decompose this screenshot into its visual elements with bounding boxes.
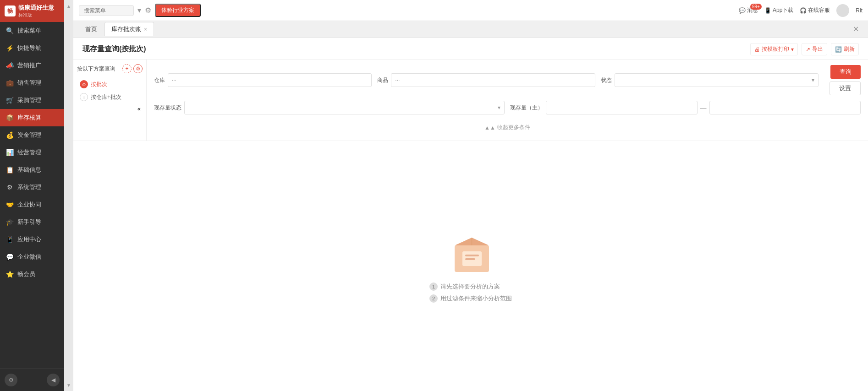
tab-active-label: 库存批次账 (111, 25, 141, 33)
tab-inventory-batch[interactable]: 库存批次账 × (104, 22, 154, 36)
inventory-icon: 📦 (5, 114, 14, 122)
sidebar-item-label: 基础信息 (17, 166, 41, 174)
svg-rect-3 (465, 255, 479, 256)
purchase-icon: 🛒 (5, 96, 14, 104)
wechat-icon: 💬 (5, 253, 14, 261)
app-title: 畅康通好生意 (18, 4, 54, 12)
inventory-qty-from[interactable] (546, 101, 698, 114)
app-download-button[interactable]: 📱 App下载 (764, 6, 793, 14)
tabbar: 首页 库存批次账 × ✕ (73, 21, 868, 38)
print-dropdown-icon[interactable]: ▾ (791, 46, 794, 53)
dropdown-arrow-icon[interactable]: ▾ (137, 6, 141, 15)
sidebar-item-wechat[interactable]: 💬 企业微信 (0, 248, 64, 266)
print-label: 按模板打印 (762, 45, 789, 53)
inventory-status-label: 现存量状态 (154, 104, 181, 112)
sidebar-item-enterprise[interactable]: 🤝 企业协同 (0, 196, 64, 213)
sidebar-item-sales[interactable]: 💼 销售管理 (0, 74, 64, 92)
page-header-actions: 🖨 按模板打印 ▾ ↗ 导出 🔄 刷新 (750, 43, 859, 55)
marketing-icon: 📣 (5, 61, 14, 70)
empty-illustration (448, 229, 494, 275)
print-icon: 🖨 (754, 46, 760, 53)
apps-icon: 📱 (5, 235, 14, 244)
filter-scheme-warehouse-batch-label: 按仓库+批次 (91, 93, 121, 101)
online-service-button[interactable]: 🎧 在线客服 (800, 6, 830, 14)
empty-hint-1: 1 请先选择要分析的方案 (429, 282, 512, 291)
sidebar-item-quick[interactable]: ⚡ 快捷导航 (0, 39, 64, 57)
sidebar-item-label: 新手引导 (17, 218, 41, 226)
inventory-qty-label: 现存量（主） (510, 104, 543, 112)
filter-sidebar: 按以下方案查询 + ⚙ ⊙ 按批次 ○ 按仓库+批次 « (73, 60, 147, 141)
filter-sidebar-title-text: 按以下方案查询 (77, 65, 115, 73)
inventory-qty-to[interactable] (709, 101, 861, 114)
service-label: 在线客服 (808, 6, 830, 14)
sidebar-item-label: 经营管理 (17, 148, 41, 157)
sales-icon: 💼 (5, 79, 14, 87)
hint-2-text: 用过滤条件来缩小分析范围 (440, 294, 512, 303)
avatar[interactable] (836, 4, 849, 17)
sidebar-item-guide[interactable]: 🎓 新手引导 (0, 213, 64, 231)
username-label[interactable]: Rit (856, 7, 863, 14)
sidebar-item-apps[interactable]: 📱 应用中心 (0, 231, 64, 248)
filter-scheme-batch[interactable]: ⊙ 按批次 (77, 78, 143, 91)
experience-button[interactable]: 体验行业方案 (155, 4, 201, 17)
sidebar-item-label: 畅会员 (17, 270, 35, 278)
sidebar-item-basic[interactable]: 📋 基础信息 (0, 161, 64, 179)
collapse-more-button[interactable]: ▲▲ 收起更多条件 (154, 120, 861, 135)
settings-button[interactable]: ⚙ (5, 374, 17, 386)
quick-nav-icon: ⚡ (5, 44, 14, 52)
scroll-down-arrow[interactable]: ▼ (65, 381, 73, 389)
inventory-status-select[interactable]: ▾ (184, 101, 505, 114)
add-scheme-button[interactable]: + (122, 64, 132, 73)
warehouse-input[interactable]: ··· (168, 73, 372, 87)
sidebar-item-label: 营销推广 (17, 61, 41, 70)
active-scheme-icon: ⊙ (80, 80, 88, 88)
product-input[interactable]: ··· (391, 73, 595, 87)
messages-button[interactable]: 💬 消息 99+ (739, 6, 758, 14)
sidebar-item-purchase[interactable]: 🛒 采购管理 (0, 92, 64, 109)
product-label: 商品 (377, 76, 388, 84)
sidebar-item-management[interactable]: 📊 经营管理 (0, 144, 64, 161)
tab-home-label: 首页 (85, 25, 97, 33)
sidebar-item-finance[interactable]: 💰 资金管理 (0, 126, 64, 144)
search-input[interactable] (79, 5, 134, 16)
main-area: ▾ ⚙ 体验行业方案 💬 消息 99+ 📱 App下载 🎧 在线客服 Rit 首… (73, 0, 868, 391)
tab-close-main-icon[interactable]: ✕ (853, 25, 859, 33)
filter-sidebar-actions: + ⚙ (122, 64, 143, 73)
message-icon: 💬 (739, 7, 746, 14)
query-button[interactable]: 查询 (830, 65, 861, 79)
sidebar-item-system[interactable]: ⚙ 系统管理 (0, 179, 64, 196)
export-icon: ↗ (806, 46, 810, 53)
filter-collapse-button[interactable]: « (77, 103, 143, 114)
sidebar-item-label: 搜索菜单 (17, 27, 41, 35)
settings-gear-icon[interactable]: ⚙ (145, 6, 151, 15)
collapse-button[interactable]: ◀ (47, 374, 60, 386)
status-select[interactable]: ▾ (615, 73, 819, 87)
sidebar-nav: 🔍 搜索菜单 ⚡ 快捷导航 📣 营销推广 💼 销售管理 🛒 采购管理 📦 库存核… (0, 22, 64, 369)
management-icon: 📊 (5, 148, 14, 157)
scroll-up-arrow[interactable]: ▲ (65, 2, 73, 10)
refresh-button[interactable]: 🔄 刷新 (831, 43, 859, 55)
empty-hints: 1 请先选择要分析的方案 2 用过滤条件来缩小分析范围 (429, 282, 512, 303)
product-input-dots: ··· (395, 77, 400, 83)
empty-hint-2: 2 用过滤条件来缩小分析范围 (429, 294, 512, 303)
sidebar: 畅 畅康通好生意 标准版 🔍 搜索菜单 ⚡ 快捷导航 📣 营销推广 💼 销售管理… (0, 0, 64, 391)
filter-scheme-warehouse-batch[interactable]: ○ 按仓库+批次 (77, 91, 143, 103)
tab-close-icon[interactable]: × (144, 26, 147, 33)
status-dropdown-icon: ▾ (812, 77, 814, 83)
content-area: 现存量查询(按批次) 🖨 按模板打印 ▾ ↗ 导出 🔄 刷新 (73, 38, 868, 391)
settings2-button[interactable]: 设置 (830, 81, 861, 95)
scheme-settings-button[interactable]: ⚙ (133, 64, 143, 73)
member-icon: ⭐ (5, 270, 14, 278)
tab-home[interactable]: 首页 (79, 22, 104, 36)
sidebar-item-search[interactable]: 🔍 搜索菜单 (0, 22, 64, 39)
topbar: ▾ ⚙ 体验行业方案 💬 消息 99+ 📱 App下载 🎧 在线客服 Rit (73, 0, 868, 21)
export-button[interactable]: ↗ 导出 (802, 43, 827, 55)
print-button[interactable]: 🖨 按模板打印 ▾ (750, 43, 798, 55)
basic-icon: 📋 (5, 166, 14, 174)
sidebar-item-marketing[interactable]: 📣 营销推广 (0, 57, 64, 74)
inventory-status-dropdown-icon: ▾ (498, 104, 500, 111)
mobile-icon: 📱 (764, 7, 771, 14)
sidebar-item-inventory[interactable]: 📦 库存核算 (0, 109, 64, 126)
sidebar-item-member[interactable]: ⭐ 畅会员 (0, 266, 64, 283)
hint-number-1: 1 (429, 282, 438, 291)
